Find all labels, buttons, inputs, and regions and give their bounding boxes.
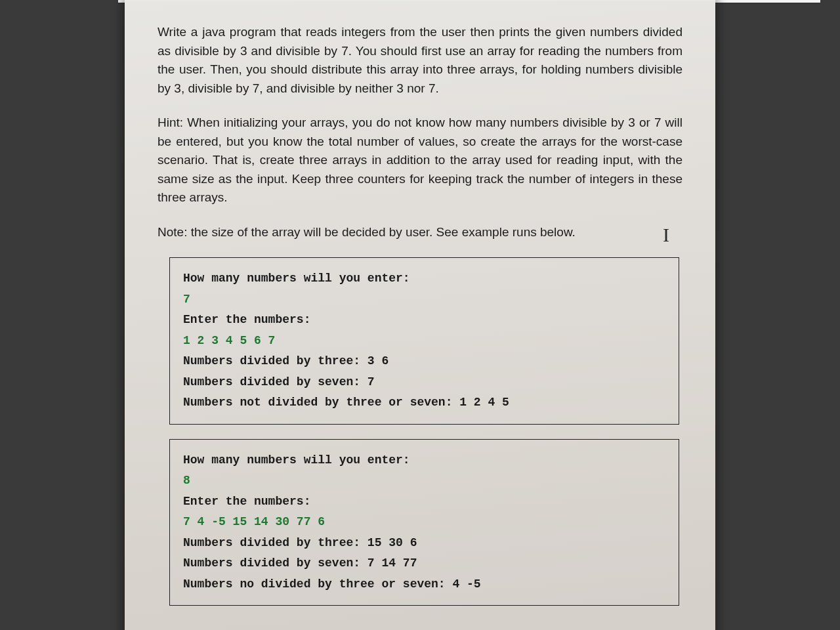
- user-input-line: 8: [183, 471, 665, 492]
- output-line: Numbers not divided by three or seven: 1…: [183, 392, 665, 413]
- prompt-line: Enter the numbers:: [183, 310, 665, 331]
- problem-paragraph-hint: Hint: When initializing your arrays, you…: [158, 114, 682, 207]
- output-line: Numbers divided by three: 15 30 6: [183, 533, 665, 554]
- user-input-line: 7 4 -5 15 14 30 77 6: [183, 512, 665, 533]
- output-line: Numbers no divided by three or seven: 4 …: [183, 574, 665, 595]
- output-line: Numbers divided by three: 3 6: [183, 351, 665, 372]
- problem-paragraph-1: Write a java program that reads integers…: [158, 23, 682, 98]
- example-run-1: How many numbers will you enter: 7 Enter…: [169, 257, 679, 425]
- prompt-line: Enter the numbers:: [183, 492, 665, 513]
- prompt-line: How many numbers will you enter:: [183, 450, 665, 471]
- example-run-2: How many numbers will you enter: 8 Enter…: [169, 439, 679, 606]
- output-line: Numbers divided by seven: 7 14 77: [183, 553, 665, 574]
- user-input-line: 7: [183, 289, 665, 310]
- prompt-line: How many numbers will you enter:: [183, 268, 665, 289]
- problem-paragraph-note: Note: the size of the array will be deci…: [158, 223, 682, 242]
- output-line: Numbers divided by seven: 7: [183, 372, 665, 393]
- document-page: Write a java program that reads integers…: [125, 0, 715, 630]
- text-cursor-ibeam: I: [663, 224, 669, 246]
- user-input-line: 1 2 3 4 5 6 7: [183, 331, 665, 352]
